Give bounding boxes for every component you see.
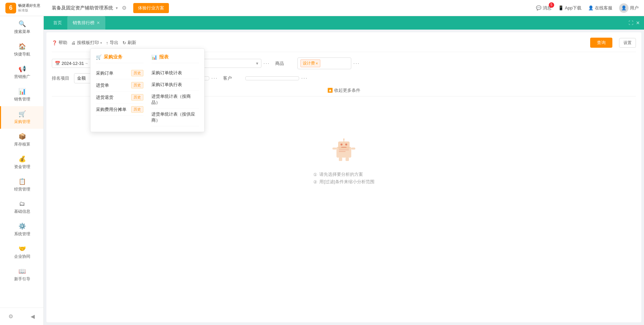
dropdown-item-purchase-order-stat[interactable]: 采购订单统计表 (151, 67, 199, 79)
goods-more-icon[interactable]: ··· (353, 60, 360, 67)
reports-col: 📊 报表 采购订单统计表 采购订单执行表 进货单统计表（按商品） (151, 54, 199, 126)
tab-close-icon[interactable]: ✕ (97, 21, 100, 25)
reports-col-title: 📊 报表 (151, 54, 199, 63)
sidebar-item-system[interactable]: ⚙️ 系统管理 (0, 218, 43, 241)
date-range-value: 2024-12-31 (62, 61, 84, 66)
settings-icon[interactable]: ⚙ (120, 3, 128, 12)
purchase-dropdown-menu: 🛒 采购业务 采购订单 历史 进货单 历史 进货退货 (90, 48, 205, 132)
purchase-col-icon: 🛒 (96, 54, 102, 60)
tab-bar: 首页 销售排行榜 ✕ ⛶ ✕ (44, 16, 644, 30)
app-download-btn[interactable]: 📱 App下载 (558, 5, 581, 11)
return-history-badge: 历史 (131, 94, 143, 100)
sidebar-collapse-btn[interactable]: ◀ (22, 311, 44, 322)
search-icon: 🔍 (19, 20, 26, 28)
svg-rect-7 (332, 148, 336, 150)
online-service-label: 在线客服 (595, 5, 612, 11)
filter-customer-cell: 客户 ··· (223, 73, 308, 83)
purchase-icon: 🛒 (19, 110, 26, 118)
customer-more-icon[interactable]: ··· (301, 75, 308, 81)
export-btn[interactable]: ↑ 导出 (106, 40, 118, 46)
svg-rect-11 (339, 150, 349, 150)
tab-fullscreen-icon[interactable]: ⛶ (629, 20, 633, 26)
sidebar-label-system: 系统管理 (14, 231, 30, 237)
hint1-text: 请先选择要分析的方案 (319, 171, 363, 177)
incoming-stat-goods-label: 进货单统计表（按商品） (151, 93, 199, 106)
avatar: 👤 (619, 3, 629, 13)
svg-rect-8 (351, 148, 355, 150)
logo-line2: 标准版 (18, 8, 40, 13)
user-btn[interactable]: 👤 用户 (619, 3, 639, 13)
sidebar-item-basicinfo[interactable]: 🗂 基础信息 (0, 196, 43, 218)
dropdown-item-incoming-stat-goods[interactable]: 进货单统计表（按商品） (151, 91, 199, 109)
svg-point-2 (341, 144, 343, 146)
sidebar-item-newbie[interactable]: 📖 新手引导 (0, 263, 43, 286)
svg-point-3 (345, 144, 347, 146)
sidebar-item-finance[interactable]: 💰 资金管理 (0, 151, 43, 174)
message-icon: 💬 (536, 5, 541, 10)
sys-title: 装备及固定资产辅助管理系统 (52, 5, 113, 11)
dropdown-item-purchase-order-exec[interactable]: 采购订单执行表 (151, 79, 199, 91)
sidebar-label-search: 搜索菜单 (14, 29, 30, 35)
doc-status-more-icon[interactable]: ··· (263, 60, 270, 67)
collapse-icon: 🔼 (327, 88, 333, 93)
sidebar-settings-btn[interactable]: ⚙ (0, 311, 22, 322)
system-icon: ⚙️ (19, 222, 26, 230)
sidebar-label-operations: 经营管理 (14, 187, 30, 192)
logo-icon: 6 (5, 3, 16, 13)
purchase-col-title-text: 采购业务 (104, 54, 122, 60)
tab-sales-rank[interactable]: 销售排行榜 ✕ (67, 16, 105, 30)
tab-close-all-icon[interactable]: ✕ (636, 20, 640, 26)
operations-icon: 📋 (19, 178, 26, 185)
dropdown-item-incoming[interactable]: 进货单 历史 (96, 79, 143, 91)
rank-item-label: 排名项目 (52, 75, 72, 81)
sidebar-label-purchase: 采购管理 (14, 119, 30, 125)
phone-icon: 📱 (558, 5, 564, 10)
query-button[interactable]: 查询 (590, 38, 612, 48)
dropdown-item-incoming-stat-supplier[interactable]: 进货单统计表（按供应商） (151, 109, 199, 126)
svg-rect-1 (338, 141, 350, 149)
sidebar-item-inventory[interactable]: 📦 库存核算 (0, 129, 43, 151)
sidebar-item-quicknav[interactable]: 🏠 快捷导航 (0, 39, 43, 61)
empty-hint-1: ① 请先选择要分析的方案 (313, 171, 374, 177)
sidebar-label-marketing: 营销推广 (14, 74, 30, 80)
content-area: 首页 销售排行榜 ✕ ⛶ ✕ ❓ 帮助 (44, 16, 644, 325)
dropdown-item-purchase-cost[interactable]: 采购费用分摊单 历史 (96, 104, 143, 116)
sidebar-label-inventory: 库存核算 (14, 141, 30, 147)
sidebar-item-enterprise[interactable]: 🤝 企业协同 (0, 241, 43, 263)
dropdown-item-return[interactable]: 进货退货 历史 (96, 91, 143, 104)
sidebar-item-purchase[interactable]: 🛒 采购管理 (0, 106, 43, 129)
sidebar-bottom: ⚙ ◀ (0, 308, 43, 325)
message-btn[interactable]: 💬 消息 5 (536, 5, 551, 11)
settings-button[interactable]: 设置 (619, 38, 636, 48)
sidebar-label-finance: 资金管理 (14, 164, 30, 170)
sidebar-item-marketing[interactable]: 📢 营销推广 (0, 61, 43, 84)
purchase-order-stat-label: 采购订单统计表 (151, 70, 182, 76)
online-service-btn[interactable]: 👤 在线客服 (588, 5, 612, 11)
logo-area: 6 畅捷通好生意 标准版 (5, 3, 49, 13)
goods-tag-close[interactable]: × (316, 61, 318, 66)
customer-select[interactable] (245, 76, 299, 80)
help-btn[interactable]: ❓ 帮助 (52, 40, 67, 46)
inventory-icon: 📦 (19, 133, 26, 140)
rank-item-value: 金额 (77, 75, 86, 81)
goods-select[interactable]: 设计费 × (297, 57, 351, 69)
dropdown-arrow-icon[interactable]: ▾ (116, 6, 118, 10)
print-btn[interactable]: 🖨 按模板打印 ▾ (71, 40, 102, 46)
sidebar-item-operations[interactable]: 📋 经营管理 (0, 174, 43, 196)
tab-sales-rank-label: 销售排行榜 (73, 20, 95, 26)
svg-rect-9 (339, 158, 342, 161)
refresh-btn[interactable]: ↻ 刷新 (122, 40, 136, 46)
purchase-cost-label: 采购费用分摊单 (96, 107, 127, 113)
dropdown-item-purchase-order[interactable]: 采购订单 历史 (96, 67, 143, 79)
tab-home[interactable]: 首页 (48, 16, 67, 30)
salesperson-more-icon[interactable]: ··· (211, 75, 218, 81)
basicinfo-icon: 🗂 (19, 200, 25, 207)
sidebar-item-sales[interactable]: 📊 销售管理 (0, 84, 43, 106)
svg-rect-12 (339, 151, 346, 152)
incoming-history-badge: 历史 (131, 82, 143, 88)
industry-btn[interactable]: 体验行业方案 (133, 3, 169, 13)
sidebar-label-basicinfo: 基础信息 (14, 209, 30, 214)
marketing-icon: 📢 (19, 65, 26, 73)
sidebar-item-search[interactable]: 🔍 搜索菜单 (0, 16, 43, 39)
incoming-label: 进货单 (96, 82, 109, 88)
